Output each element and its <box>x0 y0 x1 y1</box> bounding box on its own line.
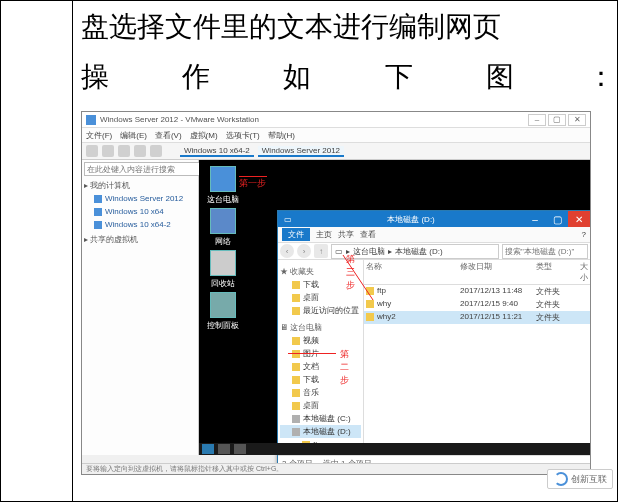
taskbar-item[interactable] <box>218 444 230 454</box>
drive-icon: ▭ <box>278 215 298 224</box>
column-headers[interactable]: 名称 修改日期 类型 大小 <box>364 260 590 285</box>
tree-item[interactable]: Windows 10 x64-2 <box>84 218 196 231</box>
table-row[interactable]: ftp 2017/12/13 11:48 文件夹 <box>364 285 590 298</box>
vmware-titlebar[interactable]: Windows Server 2012 - VMware Workstation… <box>82 112 590 128</box>
tree-item[interactable]: Windows 10 x64 <box>84 205 196 218</box>
ribbon-home[interactable]: 主页 <box>316 229 332 240</box>
vmware-menubar[interactable]: 文件(F) 编辑(E) 查看(V) 虚拟(M) 选项卡(T) 帮助(H) <box>82 128 590 143</box>
control-panel-icon <box>210 292 236 318</box>
explorer-window: ▭ 本地磁盘 (D:) – ▢ ✕ 文件 主页 共享 查看 ? ‹ › <box>277 210 591 468</box>
guest-desktop[interactable]: 这台电脑 第一步 网络 回收站 控制面板 ▭ 本地磁盘 (D:) – <box>199 160 590 455</box>
nav-back-button[interactable]: ‹ <box>280 244 294 258</box>
start-button[interactable] <box>202 444 214 454</box>
computer-icon <box>210 166 236 192</box>
ribbon-view[interactable]: 查看 <box>360 229 376 240</box>
explorer-addressbar[interactable]: ‹ › ↑ ▭ ▸ 这台电脑 ▸ 本地磁盘 (D:) <box>278 243 590 260</box>
toolbar-icon[interactable] <box>150 145 162 157</box>
tree-root[interactable]: ▸ 我的计算机 <box>84 179 196 192</box>
ribbon-help-icon[interactable]: ? <box>582 230 586 239</box>
sidebar-search-input[interactable] <box>84 162 200 176</box>
doc-line2: 操 作 如 下 图 ： <box>81 57 615 97</box>
explorer-close-button[interactable]: ✕ <box>568 211 590 227</box>
menu-edit[interactable]: 编辑(E) <box>120 130 147 141</box>
table-row[interactable]: why 2017/12/15 9:40 文件夹 <box>364 298 590 311</box>
maximize-button[interactable]: ▢ <box>548 114 566 126</box>
tree-shared[interactable]: ▸ 共享的虚拟机 <box>84 233 196 246</box>
ribbon-share[interactable]: 共享 <box>338 229 354 240</box>
menu-help[interactable]: 帮助(H) <box>268 130 295 141</box>
watermark-brand: 创新互联 <box>547 469 613 489</box>
sidebar-item-drive-d[interactable]: 本地磁盘 (D:) <box>280 425 361 438</box>
vmware-window: Windows Server 2012 - VMware Workstation… <box>81 111 591 475</box>
vm-tab-active[interactable]: Windows Server 2012 <box>258 146 344 157</box>
toolbar-icon[interactable] <box>118 145 130 157</box>
close-button[interactable]: ✕ <box>568 114 586 126</box>
sidebar-item-drive-c[interactable]: 本地磁盘 (C:) <box>280 412 361 425</box>
sidebar-item-desktop2[interactable]: 桌面 <box>280 399 361 412</box>
menu-file[interactable]: 文件(F) <box>86 130 112 141</box>
vmware-statusbar: 要将输入定向到这虚拟机，请将鼠标指针移入其中或按 Ctrl+G。 <box>82 463 590 474</box>
menu-view[interactable]: 查看(V) <box>155 130 182 141</box>
explorer-ribbon[interactable]: 文件 主页 共享 查看 ? <box>278 227 590 243</box>
sidebar-this-pc[interactable]: 🖥 这台电脑 <box>280 321 361 334</box>
recycle-icon <box>210 250 236 276</box>
nav-forward-button[interactable]: › <box>297 244 311 258</box>
brand-logo-icon <box>554 472 568 486</box>
desktop-icon-this-pc[interactable]: 这台电脑 <box>205 166 241 205</box>
sidebar-item-music[interactable]: 音乐 <box>280 386 361 399</box>
vmware-icon <box>86 115 96 125</box>
table-row-selected[interactable]: why2 2017/12/15 11:21 文件夹 <box>364 311 590 324</box>
nav-up-button[interactable]: ↑ <box>314 244 328 258</box>
network-icon <box>210 208 236 234</box>
annotation-step1: 第一步 <box>239 176 267 190</box>
vmware-title: Windows Server 2012 - VMware Workstation <box>100 115 526 124</box>
desktop-icon-network[interactable]: 网络 <box>205 208 241 247</box>
explorer-min-button[interactable]: – <box>524 211 546 227</box>
folder-icon <box>366 313 374 321</box>
desktop-icon-control-panel[interactable]: 控制面板 <box>205 292 241 331</box>
explorer-titlebar[interactable]: ▭ 本地磁盘 (D:) – ▢ ✕ <box>278 211 590 227</box>
vmware-sidebar[interactable]: ▸ 我的计算机 Windows Server 2012 Windows 10 x… <box>82 160 199 455</box>
ribbon-file[interactable]: 文件 <box>282 228 310 241</box>
doc-line1: 盘选择文件里的文本进行编制网页 <box>81 7 615 47</box>
toolbar-icon[interactable] <box>102 145 114 157</box>
vm-tab[interactable]: Windows 10 x64-2 <box>180 146 254 157</box>
sidebar-item-videos[interactable]: 视频 <box>280 334 361 347</box>
menu-tab[interactable]: 选项卡(T) <box>226 130 260 141</box>
explorer-title: 本地磁盘 (D:) <box>298 214 524 225</box>
explorer-file-list[interactable]: 名称 修改日期 类型 大小 ftp 2017/12/13 11:48 文件夹 <box>364 260 590 455</box>
sidebar-item-recent[interactable]: 最近访问的位置 <box>280 304 361 317</box>
taskbar-item[interactable] <box>234 444 246 454</box>
toolbar-icon[interactable] <box>134 145 146 157</box>
guest-taskbar[interactable] <box>199 443 590 455</box>
minimize-button[interactable]: – <box>528 114 546 126</box>
menu-vm[interactable]: 虚拟(M) <box>190 130 218 141</box>
explorer-search-input[interactable] <box>502 244 588 259</box>
tree-item[interactable]: Windows Server 2012 <box>84 192 196 205</box>
vmware-toolbar[interactable]: Windows 10 x64-2 Windows Server 2012 <box>82 143 590 160</box>
desktop-icon-recycle[interactable]: 回收站 <box>205 250 241 289</box>
toolbar-icon[interactable] <box>86 145 98 157</box>
explorer-max-button[interactable]: ▢ <box>546 211 568 227</box>
